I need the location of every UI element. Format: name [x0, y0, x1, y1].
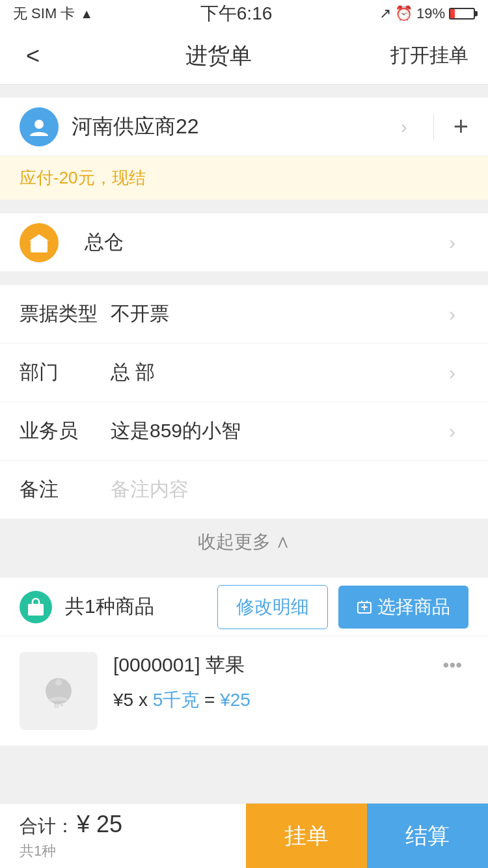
bottom-bar: 合计： ¥ 25 共1种 挂单 结算: [0, 803, 488, 868]
open-pending-button[interactable]: 打开挂单: [390, 42, 468, 69]
status-right: ↗ ⏰ 19%: [379, 5, 475, 22]
product-quantity: 5千克: [153, 690, 200, 710]
divider-3: [0, 565, 488, 578]
top-divider: [0, 85, 488, 98]
page-title: 进货单: [185, 41, 252, 71]
battery-percent: 19%: [416, 5, 445, 22]
product-info: [0000001] 苹果 ¥5 x 5千克 = ¥25: [113, 652, 437, 712]
wifi-icon: ▲: [80, 7, 93, 21]
svg-rect-1: [31, 241, 47, 252]
chevron-right-icon: ›: [401, 116, 407, 138]
svg-marker-2: [29, 234, 49, 241]
total-label: 合计：: [20, 814, 74, 839]
separator: [433, 114, 434, 140]
nav-bar: < 进货单 打开挂单: [0, 27, 488, 85]
divider-2: [0, 272, 488, 285]
price-equals: =: [204, 690, 220, 710]
divider-1: [0, 200, 488, 213]
status-bar: 无 SIM 卡 ▲ 下午6:16 ↗ ⏰ 19%: [0, 0, 488, 27]
supplier-avatar: [20, 107, 59, 146]
salesperson-label: 业务员: [20, 418, 98, 444]
supplier-row[interactable]: 河南供应商22 › +: [0, 98, 488, 156]
remark-row[interactable]: 备注 备注内容: [0, 461, 488, 519]
svg-rect-3: [28, 604, 44, 616]
invoice-chevron-icon: ›: [449, 303, 455, 325]
total-sub: 共1种: [20, 841, 226, 861]
invoice-type-label: 票据类型: [20, 301, 98, 327]
collapse-label: 收起更多 ∧: [198, 530, 291, 554]
product-more-button[interactable]: •••: [437, 652, 468, 678]
invoice-type-value: 不开票: [98, 301, 449, 327]
form-section: 票据类型 不开票 › 部门 总 部 › 业务员 这是859的小智 › 备注 备注…: [0, 285, 488, 519]
price-value: ¥5: [113, 690, 133, 710]
back-button[interactable]: <: [20, 36, 46, 76]
product-name: [0000001] 苹果: [113, 652, 437, 679]
warehouse-row[interactable]: 总仓 ›: [0, 213, 488, 272]
remark-value: 备注内容: [98, 476, 468, 503]
product-count: 共1种商品: [65, 593, 217, 620]
battery-icon: [449, 8, 475, 20]
svg-point-0: [34, 120, 44, 129]
carrier-text: 无 SIM 卡: [13, 4, 75, 23]
product-code: [0000001]: [113, 654, 200, 675]
warning-banner: 应付-20元，现结: [0, 156, 488, 200]
remark-label: 备注: [20, 476, 98, 503]
supplier-section: 河南供应商22 › + 应付-20元，现结: [0, 98, 488, 200]
select-product-button[interactable]: 选择商品: [338, 586, 468, 629]
add-button[interactable]: +: [454, 112, 468, 141]
product-item: 智+ [0000001] 苹果 ¥5 x 5千克 = ¥25 •••: [0, 636, 488, 746]
salesperson-row[interactable]: 业务员 这是859的小智 ›: [0, 402, 488, 461]
checkout-button[interactable]: 结算: [367, 804, 488, 868]
location-icon: ↗: [379, 5, 391, 22]
collapse-bar[interactable]: 收起更多 ∧: [0, 519, 488, 565]
edit-detail-button[interactable]: 修改明细: [217, 585, 328, 629]
price-multiply: x: [139, 690, 153, 710]
svg-text:智+: 智+: [53, 701, 64, 709]
product-title: 苹果: [206, 654, 245, 675]
warehouse-icon: [20, 223, 59, 262]
time-display: 下午6:16: [200, 1, 273, 26]
alarm-icon: ⏰: [395, 5, 413, 22]
department-chevron-icon: ›: [449, 362, 455, 384]
select-product-label: 选择商品: [377, 595, 450, 619]
suspend-button[interactable]: 挂单: [246, 804, 367, 868]
status-left: 无 SIM 卡 ▲: [13, 4, 93, 23]
salesperson-chevron-icon: ›: [449, 420, 455, 442]
total-section: 合计： ¥ 25 共1种: [0, 804, 246, 868]
warehouse-chevron-icon: ›: [449, 232, 455, 254]
product-header: 共1种商品 修改明细 选择商品: [0, 578, 488, 636]
department-value: 总 部: [98, 359, 449, 386]
department-label: 部门: [20, 359, 98, 386]
svg-point-6: [55, 679, 62, 686]
invoice-type-row[interactable]: 票据类型 不开票 ›: [0, 285, 488, 344]
product-price: ¥5 x 5千克 = ¥25: [113, 688, 437, 712]
supplier-name: 河南供应商22: [72, 113, 401, 141]
warehouse-section: 总仓 ›: [0, 213, 488, 272]
product-thumbnail: 智+: [20, 652, 98, 730]
product-icon: [20, 591, 52, 623]
department-row[interactable]: 部门 总 部 ›: [0, 344, 488, 402]
product-total: ¥25: [220, 690, 251, 710]
warehouse-name: 总仓: [72, 229, 449, 256]
salesperson-value: 这是859的小智: [98, 418, 449, 444]
total-amount: ¥ 25: [77, 811, 122, 838]
